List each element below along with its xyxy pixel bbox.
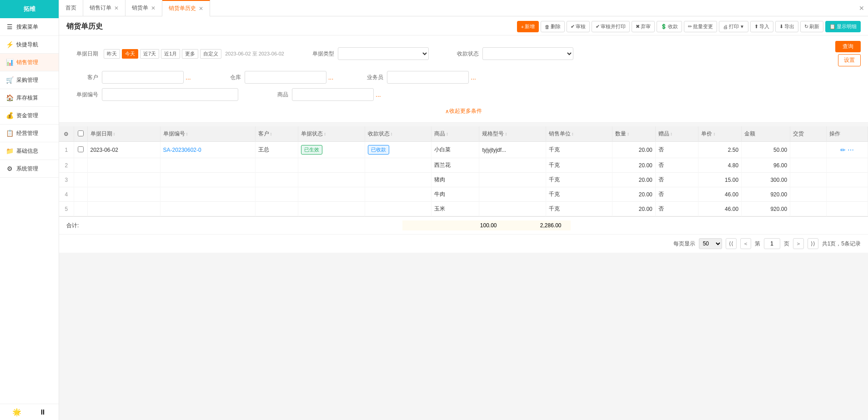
cell-pay-status bbox=[365, 187, 431, 202]
col-doc-status[interactable]: 单据状态↕ bbox=[298, 126, 365, 142]
date-tag-custom[interactable]: 自定义 bbox=[200, 49, 221, 59]
tab-sales-delivery[interactable]: 销货单 ✕ bbox=[125, 0, 162, 16]
cell-doc-status bbox=[298, 158, 365, 173]
collapse-more-btn[interactable]: ∧ 收起更多条件 bbox=[66, 105, 861, 117]
tab-home[interactable]: 首页 bbox=[59, 0, 83, 16]
tab-sales-order[interactable]: 销售订单 ✕ bbox=[83, 0, 125, 16]
sidebar-star-icon[interactable]: 🌟 bbox=[12, 408, 21, 416]
col-unit-price[interactable]: 单价↕ bbox=[698, 126, 742, 142]
cell-checkbox[interactable] bbox=[74, 187, 87, 202]
cell-doc-no[interactable]: SA-20230602-0 bbox=[160, 142, 255, 158]
date-tag-7days[interactable]: 近7天 bbox=[140, 49, 159, 59]
product-dots-icon[interactable]: ... bbox=[376, 91, 381, 98]
date-tag-today[interactable]: 今天 bbox=[122, 49, 138, 59]
cell-checkbox[interactable] bbox=[74, 158, 87, 173]
audit-print-button[interactable]: ✔ 审核并打印 bbox=[592, 21, 630, 32]
col-unit[interactable]: 销售单位↕ bbox=[546, 126, 612, 142]
tab-sales-history[interactable]: 销货单历史 ✕ bbox=[162, 0, 210, 16]
product-input[interactable] bbox=[292, 88, 374, 101]
col-gift[interactable]: 赠品↕ bbox=[655, 126, 698, 142]
col-spec[interactable]: 规格型号↕ bbox=[479, 126, 546, 142]
print-button[interactable]: 🖨 打印 ▼ bbox=[719, 21, 748, 32]
sidebar-item-search-menu[interactable]: ☰ 搜索菜单 bbox=[0, 18, 59, 36]
page-title: 销货单历史 bbox=[66, 22, 103, 31]
warehouse-input[interactable] bbox=[245, 71, 326, 84]
col-qty[interactable]: 数量↕ bbox=[612, 126, 656, 142]
sidebar-item-base-info[interactable]: 📁 基础信息 bbox=[0, 142, 59, 160]
col-settings[interactable]: ⚙ bbox=[59, 126, 74, 142]
query-button[interactable]: 查询 bbox=[835, 41, 861, 52]
tab-close-sales-order[interactable]: ✕ bbox=[114, 5, 119, 11]
col-product[interactable]: 商品↕ bbox=[431, 126, 479, 142]
docno-input[interactable] bbox=[102, 88, 238, 101]
page-input[interactable] bbox=[764, 238, 780, 249]
tab-bar-close-all[interactable]: ✕ bbox=[859, 5, 868, 12]
sidebar-item-purchase-mgmt[interactable]: 🛒 采购管理 bbox=[0, 71, 59, 89]
inventory-icon: 🏠 bbox=[5, 94, 14, 102]
sidebar-item-quick-nav[interactable]: ⚡ 快捷导航 bbox=[0, 36, 59, 54]
settings-button[interactable]: 设置 bbox=[838, 54, 861, 66]
abandon-button[interactable]: ✖ 弃审 bbox=[632, 21, 655, 32]
sidebar-item-operations[interactable]: 📋 经营管理 bbox=[0, 125, 59, 142]
show-detail-button[interactable]: 📋 显示明细 bbox=[825, 21, 861, 32]
date-tag-1month[interactable]: 近1月 bbox=[161, 49, 180, 59]
staff-dots-icon[interactable]: ... bbox=[471, 74, 476, 81]
collapse-up-icon: ∧ bbox=[445, 108, 449, 115]
last-page-btn[interactable]: ⟩⟩ bbox=[808, 238, 818, 249]
sys-mgmt-icon: ⚙ bbox=[5, 165, 14, 173]
cell-unit-price: 46.00 bbox=[698, 202, 742, 216]
row-checkbox[interactable] bbox=[78, 146, 84, 152]
customer-dots-icon[interactable]: ... bbox=[186, 74, 191, 81]
col-doc-no[interactable]: 单据编号↕ bbox=[160, 126, 255, 142]
cell-product: 牛肉 bbox=[431, 187, 479, 202]
col-doc-date[interactable]: 单据日期↕ bbox=[87, 126, 160, 142]
customer-input[interactable] bbox=[102, 71, 184, 84]
cell-doc-no[interactable] bbox=[160, 187, 255, 202]
sidebar-item-finance[interactable]: 💰 资金管理 bbox=[0, 107, 59, 125]
audit-icon: ✔ bbox=[571, 24, 575, 30]
tab-close-sales-delivery[interactable]: ✕ bbox=[151, 5, 156, 11]
collect-button[interactable]: 💲 收款 bbox=[657, 21, 682, 32]
cell-doc-no[interactable] bbox=[160, 202, 255, 216]
col-customer[interactable]: 客户↕ bbox=[255, 126, 298, 142]
audit-button[interactable]: ✔ 审核 bbox=[567, 21, 590, 32]
date-tag-more[interactable]: 更多 bbox=[182, 49, 198, 59]
staff-input[interactable] bbox=[387, 71, 469, 84]
cell-qty: 20.00 bbox=[612, 142, 656, 158]
select-all-checkbox[interactable] bbox=[78, 130, 84, 136]
cell-product: 西兰花 bbox=[431, 158, 479, 173]
sidebar-item-sys-mgmt[interactable]: ⚙ 系统管理 bbox=[0, 160, 59, 178]
pay-status-filter-group: 收款状态 bbox=[447, 47, 573, 60]
prev-page-btn[interactable]: ＜ bbox=[740, 238, 751, 249]
cell-doc-no[interactable] bbox=[160, 173, 255, 187]
import-button[interactable]: ⬆ 导入 bbox=[750, 21, 773, 32]
doc-type-select[interactable] bbox=[338, 47, 429, 60]
col-pay-status[interactable]: 收款状态↕ bbox=[365, 126, 431, 142]
add-button[interactable]: + 新增 bbox=[517, 21, 539, 32]
export-icon: ⬇ bbox=[779, 24, 783, 30]
col-transaction: 交货 bbox=[790, 126, 827, 142]
warehouse-dots-icon[interactable]: ... bbox=[328, 74, 334, 81]
edit-action[interactable]: ✏ bbox=[840, 146, 846, 154]
cell-checkbox[interactable] bbox=[74, 142, 87, 158]
cell-checkbox[interactable] bbox=[74, 173, 87, 187]
batch-change-button[interactable]: ✏ 批量变更 bbox=[684, 21, 717, 32]
pay-status-select[interactable] bbox=[482, 47, 573, 60]
tab-close-sales-history[interactable]: ✕ bbox=[199, 5, 203, 12]
delete-button[interactable]: 🗑 删除 bbox=[541, 21, 565, 32]
more-action[interactable]: ⋯ bbox=[848, 146, 854, 154]
cell-doc-no[interactable] bbox=[160, 158, 255, 173]
page-size-select[interactable]: 50 100 bbox=[699, 238, 722, 249]
sidebar-item-sales-mgmt[interactable]: 📊 销售管理 bbox=[0, 54, 59, 71]
sidebar-pause-icon[interactable]: ⏸ bbox=[39, 408, 46, 416]
first-page-btn[interactable]: ⟨⟨ bbox=[726, 238, 737, 249]
date-tags: 昨天 今天 近7天 近1月 更多 自定义 bbox=[104, 49, 221, 59]
product-label: 商品 bbox=[256, 91, 288, 99]
refresh-button[interactable]: ↻ 刷新 bbox=[800, 21, 823, 32]
col-checkbox[interactable] bbox=[74, 126, 87, 142]
sidebar-item-inventory[interactable]: 🏠 库存核算 bbox=[0, 89, 59, 107]
date-tag-yesterday[interactable]: 昨天 bbox=[104, 49, 120, 59]
export-button[interactable]: ⬇ 导出 bbox=[775, 21, 798, 32]
next-page-btn[interactable]: ＞ bbox=[793, 238, 804, 249]
cell-checkbox[interactable] bbox=[74, 202, 87, 216]
